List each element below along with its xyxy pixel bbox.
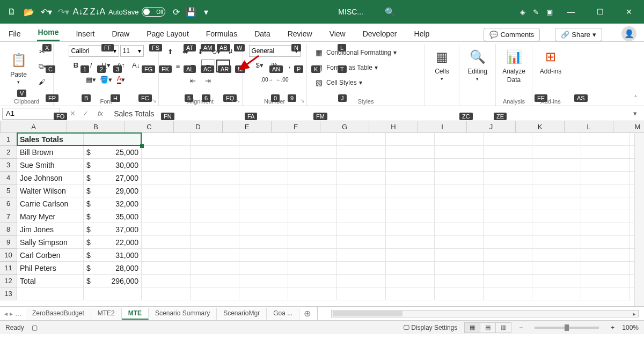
cell-A2[interactable]: Bill Brown (17, 146, 84, 159)
tab-data[interactable]: Data (253, 26, 272, 41)
cell-J8[interactable] (484, 223, 532, 236)
cell-E8[interactable] (239, 223, 288, 236)
cell-A1[interactable]: Sales Totals (17, 133, 84, 146)
editing-button[interactable]: 🔍 Editing▾ (463, 45, 492, 82)
cell-K10[interactable] (532, 249, 581, 262)
redo-icon[interactable]: ↷▾ (56, 4, 71, 19)
cell-D4[interactable] (191, 172, 239, 184)
row-header-9[interactable]: 9 (0, 236, 17, 249)
comments-button[interactable]: 💬 Comments (484, 28, 540, 41)
cell-F7[interactable] (288, 210, 337, 223)
cell-B7[interactable]: $35,000 (84, 210, 142, 223)
cell-D8[interactable] (191, 223, 239, 236)
cell-D11[interactable] (191, 262, 239, 275)
cell-D12[interactable] (191, 275, 239, 287)
cell-H2[interactable] (386, 146, 435, 159)
tab-home[interactable]: Home (37, 25, 60, 41)
cell-E1[interactable] (239, 133, 288, 146)
cell-B5[interactable]: $29,000 (84, 184, 142, 197)
cell-F13[interactable] (288, 287, 337, 300)
col-header-E[interactable]: E (223, 121, 272, 133)
cell-F3[interactable] (288, 159, 337, 172)
page-layout-view-button[interactable]: ▤ (480, 322, 496, 333)
col-header-C[interactable]: C (125, 121, 174, 133)
cell-F10[interactable] (288, 249, 337, 262)
percent-format-button[interactable]: % (268, 58, 282, 71)
paste-button[interactable]: 📋 Paste▾ (4, 48, 33, 85)
cell-J11[interactable] (484, 262, 532, 275)
addins-button[interactable]: ⊞ Add-ins (536, 45, 565, 75)
cell-L2[interactable] (581, 146, 630, 159)
cell-G11[interactable] (337, 262, 386, 275)
cell-J13[interactable] (484, 287, 532, 300)
cell-J3[interactable] (484, 159, 532, 172)
cell-D10[interactable] (191, 249, 239, 262)
row-header-10[interactable]: 10 (0, 249, 17, 262)
col-header-J[interactable]: J (467, 121, 516, 133)
cell-C7[interactable] (142, 210, 191, 223)
col-header-B[interactable]: B (67, 121, 125, 133)
close-button[interactable]: ✕ (618, 3, 640, 21)
cell-F2[interactable] (288, 146, 337, 159)
add-sheet-button[interactable]: ⊕ (299, 308, 315, 319)
zoom-slider[interactable] (535, 327, 599, 329)
number-launcher[interactable]: ↘ (300, 98, 304, 104)
name-box[interactable]: A1▾ (2, 108, 60, 120)
cell-L1[interactable] (581, 133, 630, 146)
cell-C13[interactable] (142, 287, 191, 300)
cell-A6[interactable]: Carrie Carlson (17, 197, 84, 210)
cell-E3[interactable] (239, 159, 288, 172)
cells-button[interactable]: ▦ Cells▾ (428, 45, 457, 82)
sort-desc-icon[interactable]: Z↓A (90, 4, 105, 19)
cell-K4[interactable] (532, 172, 581, 184)
cell-C3[interactable] (142, 159, 191, 172)
cell-I13[interactable] (435, 287, 484, 300)
bold-button[interactable]: B (69, 58, 83, 71)
cell-J10[interactable] (484, 249, 532, 262)
cell-I9[interactable] (435, 236, 484, 249)
horizontal-scrollbar[interactable]: ◂ ▸ (331, 310, 639, 317)
decrease-font-button[interactable]: A↓ (129, 58, 143, 71)
cell-I8[interactable] (435, 223, 484, 236)
cell-G2[interactable] (337, 146, 386, 159)
cell-J1[interactable] (484, 133, 532, 146)
comma-format-button[interactable]: , (283, 58, 297, 71)
cell-E2[interactable] (239, 146, 288, 159)
col-header-H[interactable]: H (369, 121, 418, 133)
cell-A12[interactable]: Total (17, 275, 84, 287)
tab-formulas[interactable]: Formulas (205, 26, 238, 41)
cell-H1[interactable] (386, 133, 435, 146)
cell-H4[interactable] (386, 172, 435, 184)
borders-button[interactable]: ▦▾ (84, 73, 98, 86)
cell-C4[interactable] (142, 172, 191, 184)
cell-G3[interactable] (337, 159, 386, 172)
align-center-button[interactable]: ≡ (186, 60, 200, 72)
cell-G9[interactable] (337, 236, 386, 249)
cell-A11[interactable]: Phil Peters (17, 262, 84, 275)
sheet-tab-MTE2[interactable]: MTE2 (91, 308, 122, 320)
new-file-icon[interactable]: 🗎 (4, 4, 19, 19)
cell-L12[interactable] (581, 275, 630, 287)
col-header-I[interactable]: I (418, 121, 467, 133)
cell-H8[interactable] (386, 223, 435, 236)
tab-developer[interactable]: Developer (362, 26, 398, 41)
conditional-formatting-button[interactable]: ▦Conditional Formatting ▾ (313, 45, 397, 60)
cell-G6[interactable] (337, 197, 386, 210)
cell-H13[interactable] (386, 287, 435, 300)
cell-J5[interactable] (484, 184, 532, 197)
cell-I12[interactable] (435, 275, 484, 287)
cell-F8[interactable] (288, 223, 337, 236)
cell-K13[interactable] (532, 287, 581, 300)
merge-center-button[interactable]: ⇔▾ (216, 60, 230, 72)
cell-G8[interactable] (337, 223, 386, 236)
cell-L10[interactable] (581, 249, 630, 262)
maximize-button[interactable]: ☐ (589, 3, 611, 21)
tab-file[interactable]: File (8, 26, 22, 41)
cell-D2[interactable] (191, 146, 239, 159)
row-header-5[interactable]: 5 (0, 184, 17, 197)
cell-H3[interactable] (386, 159, 435, 172)
fx-icon[interactable]: fx (98, 109, 103, 117)
cell-H5[interactable] (386, 184, 435, 197)
col-header-K[interactable]: K (516, 121, 565, 133)
align-left-button[interactable]: ≡ (171, 60, 185, 72)
